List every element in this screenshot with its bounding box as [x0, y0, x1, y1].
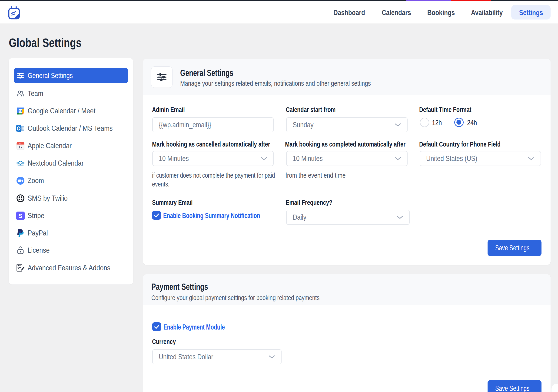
svg-text:S: S: [19, 212, 22, 219]
svg-text:31: 31: [19, 109, 22, 113]
svg-text:JUL: JUL: [19, 142, 22, 144]
svg-text:Nextcloud: Nextcloud: [17, 165, 23, 166]
svg-text:17: 17: [18, 145, 23, 149]
